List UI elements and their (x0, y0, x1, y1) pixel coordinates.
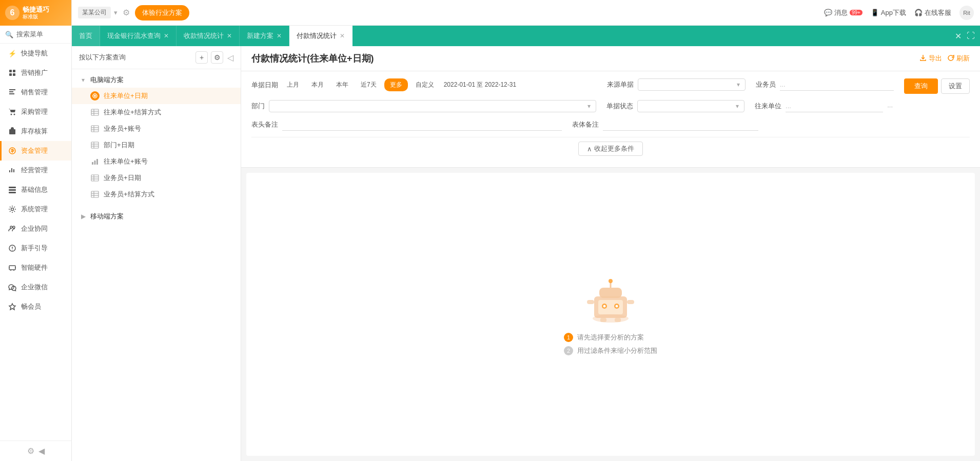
company-chevron-icon: ▾ (114, 9, 117, 16)
svg-rect-44 (598, 300, 623, 314)
collapse-more-btn[interactable]: ∧ 收起更多条件 (578, 142, 643, 156)
header-note-input[interactable] (282, 118, 562, 131)
sidebar-item-system[interactable]: 系统管理 (0, 199, 71, 219)
tab-bank-flow[interactable]: 现金银行流水查询 ✕ (100, 26, 177, 46)
dept-select[interactable]: ▾ (269, 100, 596, 112)
sidebar-item-marketing[interactable]: 营销推广 (0, 63, 71, 83)
tab-collection-stats[interactable]: 收款情况统计 ✕ (177, 26, 240, 46)
sidebar-item-purchase[interactable]: 采购管理 (0, 102, 71, 122)
svg-point-18 (94, 95, 96, 97)
svg-point-51 (609, 279, 613, 283)
svg-rect-1 (13, 70, 15, 72)
refresh-btn[interactable]: 刷新 (947, 54, 970, 63)
header-note-label: 表头备注 (251, 120, 278, 129)
page-title: 付款情况统计(往来单位+日期) (251, 52, 919, 65)
date-options: 上月 本月 本年 近7天 更多 自定义 2022-01-01 至 2022-12… (282, 78, 516, 91)
sidebar-item-wechat[interactable]: 企业微信 (0, 277, 71, 297)
app-logo: 6 (5, 6, 19, 20)
staff-input[interactable]: ... (780, 78, 894, 91)
date-last-month[interactable]: 上月 (282, 78, 304, 91)
tab-close-all-icon[interactable]: ✕ (955, 31, 962, 41)
scheme-item-staff-account[interactable]: 业务员+账号 (72, 121, 241, 137)
body-note-input[interactable] (603, 118, 758, 131)
date-last-7[interactable]: 近7天 (356, 78, 381, 91)
svg-rect-31 (92, 162, 93, 165)
settings-icon[interactable]: ⚙ (123, 8, 130, 17)
scheme-settings-btn[interactable]: ⚙ (211, 51, 223, 64)
export-btn[interactable]: 导出 (919, 54, 942, 63)
sidebar-item-inventory[interactable]: 库存核算 (0, 122, 71, 141)
filter-row-1: 单据日期 上月 本月 本年 近7天 更多 自定义 2022-01-01 至 20… (251, 78, 970, 94)
sidebar-item-guide[interactable]: 新手引导 (0, 238, 71, 258)
right-content: 付款情况统计(往来单位+日期) 导出 (241, 46, 980, 461)
robot-svg (580, 273, 641, 325)
app-download-action[interactable]: 📱 App下载 (871, 8, 906, 17)
svg-rect-55 (615, 318, 621, 322)
sidebar-item-sales[interactable]: 销售管理 (0, 83, 71, 102)
tab-close-new-scheme[interactable]: ✕ (277, 33, 282, 39)
svg-rect-27 (91, 142, 99, 148)
scheme-item-staff-date[interactable]: 业务员+日期 (72, 170, 241, 186)
avatar[interactable]: Rit (959, 6, 974, 20)
tab-close-bank-flow[interactable]: ✕ (164, 33, 169, 39)
sidebar-item-enterprise[interactable]: 企业协同 (0, 219, 71, 238)
content-area: 按以下方案查询 + ⚙ ◁ ▾ 电脑端方案 (72, 46, 980, 461)
sidebar-settings-icon[interactable]: ⚙ (27, 446, 34, 456)
settings-display-btn[interactable]: 设置 (941, 78, 970, 94)
svg-point-48 (616, 305, 618, 308)
body-note-label: 表体备注 (572, 120, 599, 129)
sidebar-item-member[interactable]: 畅会员 (0, 297, 71, 316)
empty-step-1: 1 请先选择要分析的方案 (564, 333, 657, 342)
tab-new-scheme[interactable]: 新建方案 ✕ (240, 26, 289, 46)
panel-collapse-btn[interactable]: ◁ (227, 53, 233, 63)
scheme-item-staff-settlement[interactable]: 业务员+结算方式 (72, 186, 241, 203)
doc-status-select[interactable]: ▾ (637, 100, 744, 112)
scheme-item-dept-date[interactable]: 部门+日期 (72, 137, 241, 153)
scheme-item-unit-date[interactable]: 往来单位+日期 (72, 88, 241, 104)
sidebar-item-quick-nav[interactable]: ⚡ 快捷导航 (0, 44, 71, 63)
chevron-down-icon: ▾ (79, 76, 87, 84)
tab-close-collection-stats[interactable]: ✕ (227, 33, 232, 39)
svg-rect-54 (600, 318, 606, 322)
trial-btn[interactable]: 体验行业方案 (135, 5, 189, 21)
table-icon-5 (90, 190, 100, 199)
date-custom[interactable]: 自定义 (411, 78, 439, 91)
desktop-group-header[interactable]: ▾ 电脑端方案 (72, 72, 241, 88)
unit-more-icon[interactable]: ··· (887, 103, 893, 110)
nav-icon-enterprise (8, 224, 17, 233)
date-more[interactable]: 更多 (384, 78, 408, 91)
message-action[interactable]: 💬 消息 99+ (824, 8, 863, 17)
online-service-action[interactable]: 🎧 在线客服 (914, 8, 951, 17)
add-scheme-btn[interactable]: + (195, 51, 208, 64)
company-selector[interactable]: 某某公司 ▾ (78, 7, 117, 18)
unit-input[interactable]: ... (786, 100, 883, 112)
sidebar-footer: ⚙ ◀ (0, 440, 71, 461)
sidebar-item-hardware[interactable]: 智能硬件 (0, 258, 71, 277)
sidebar-collapse-icon[interactable]: ◀ (38, 446, 45, 456)
scheme-item-unit-account[interactable]: 往来单位+账号 (72, 153, 241, 170)
date-this-year[interactable]: 本年 (331, 78, 353, 91)
sidebar-item-funds[interactable]: 资金管理 (0, 141, 71, 161)
tabbar: 首页 现金银行流水查询 ✕ 收款情况统计 ✕ 新建方案 ✕ 付款情况统计 ✕ ✕… (72, 26, 980, 46)
scheme-item-unit-settlement[interactable]: 往来单位+结算方式 (72, 104, 241, 121)
chevron-right-icon: ▶ (79, 212, 87, 221)
table-icon-2 (90, 124, 100, 133)
svg-rect-23 (91, 126, 99, 132)
mobile-group-header[interactable]: ▶ 移动端方案 (72, 209, 241, 224)
nav-icon-purchase (8, 107, 17, 116)
date-this-month[interactable]: 本月 (307, 78, 328, 91)
nav-icon-quick: ⚡ (8, 49, 17, 58)
tab-close-payment-stats[interactable]: ✕ (340, 33, 345, 39)
sidebar-item-operation[interactable]: 经营管理 (0, 161, 71, 180)
source-doc-select[interactable]: ▾ (638, 78, 745, 91)
doc-status-filter: 单据状态 ▾ (606, 100, 744, 112)
svg-rect-52 (587, 300, 594, 304)
tab-home[interactable]: 首页 (72, 26, 100, 46)
query-btn[interactable]: 查询 (904, 78, 938, 94)
search-menu[interactable]: 🔍 搜索菜单 (0, 26, 71, 44)
nav-icon-operation (8, 166, 17, 175)
sidebar-item-basic[interactable]: 基础信息 (0, 180, 71, 199)
tab-payment-stats[interactable]: 付款情况统计 ✕ (289, 26, 352, 46)
tab-expand-icon[interactable]: ⛶ (967, 31, 975, 41)
svg-rect-34 (91, 175, 99, 181)
